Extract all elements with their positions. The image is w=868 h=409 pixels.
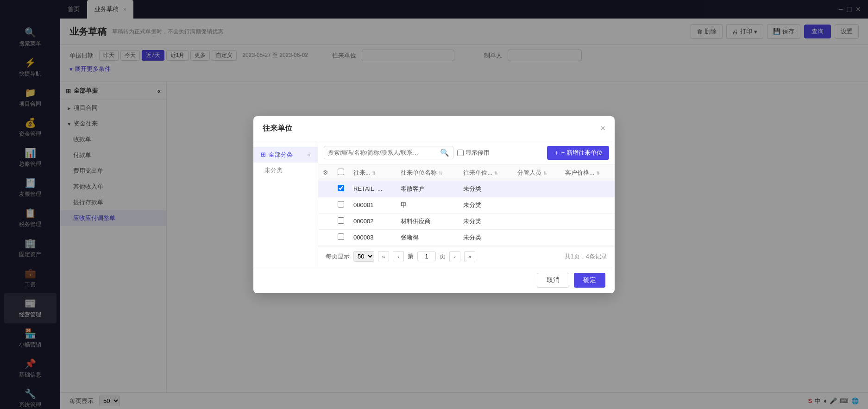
- row-price-cell: [560, 197, 615, 213]
- col-type[interactable]: 往来单位... ⇅: [459, 165, 513, 181]
- row-code-cell: 000003: [349, 229, 396, 245]
- cat-collapse-icon[interactable]: «: [307, 151, 310, 158]
- col-price[interactable]: 客户价格... ⇅: [560, 165, 615, 181]
- sort-icon-manager: ⇅: [543, 170, 547, 176]
- modal-cat-all[interactable]: ⊞ 全部分类 «: [253, 147, 318, 163]
- row-manager-cell: [513, 213, 560, 229]
- sort-icon-price: ⇅: [596, 170, 600, 176]
- modal-categories: ⊞ 全部分类 « 未分类: [253, 141, 318, 267]
- row-checkbox[interactable]: [338, 201, 344, 208]
- row-settings-cell: [318, 213, 333, 229]
- row-price-cell: [560, 181, 615, 197]
- row-checkbox-cell[interactable]: [333, 181, 349, 197]
- row-checkbox[interactable]: [338, 233, 344, 240]
- cancel-button[interactable]: 取消: [537, 273, 569, 288]
- modal-title: 往来单位: [263, 124, 292, 133]
- row-settings-cell: [318, 229, 333, 245]
- row-type-cell: 未分类: [459, 181, 513, 197]
- row-price-cell: [560, 213, 615, 229]
- page-number-input[interactable]: [417, 252, 436, 261]
- row-checkbox-cell[interactable]: [333, 213, 349, 229]
- row-checkbox[interactable]: [338, 185, 344, 191]
- total-info: 共1页，4条记录: [565, 252, 607, 261]
- table-row[interactable]: 000003 张晰得 未分类: [318, 229, 615, 245]
- sort-icon-type: ⇅: [494, 170, 498, 176]
- row-code-cell: RETAIL_...: [349, 181, 396, 197]
- page-last-btn[interactable]: »: [464, 251, 475, 262]
- row-type-cell: 未分类: [459, 229, 513, 245]
- grid-small-icon: ⊞: [261, 151, 266, 158]
- col-checkbox-all[interactable]: [333, 165, 349, 181]
- modal-close-button[interactable]: ×: [600, 124, 605, 133]
- add-unit-button[interactable]: ＋ + 新增往来单位: [547, 146, 609, 160]
- show-disabled-label[interactable]: 显示停用: [457, 149, 490, 157]
- row-name-cell: 张晰得: [396, 229, 459, 245]
- show-disabled-checkbox[interactable]: [457, 150, 464, 156]
- row-settings-cell: [318, 197, 333, 213]
- per-page-select[interactable]: 50: [353, 251, 374, 262]
- row-name-cell: 材料供应商: [396, 213, 459, 229]
- modal-table: ⚙ 往来... ⇅ 往来单位名称 ⇅ 往来单位... ⇅: [318, 165, 615, 246]
- row-code-cell: 000002: [349, 213, 396, 229]
- page-prev-btn[interactable]: ‹: [393, 251, 404, 262]
- row-manager-cell: [513, 197, 560, 213]
- row-type-cell: 未分类: [459, 197, 513, 213]
- modal-search-icon: 🔍: [440, 148, 449, 157]
- modal-overlay: 往来单位 × ⊞ 全部分类 « 未分类: [0, 0, 868, 409]
- modal-search-box[interactable]: 🔍: [324, 146, 453, 159]
- modal-right: 🔍 显示停用 ＋ + 新增往来单位: [318, 141, 615, 267]
- modal-toolbar: 🔍 显示停用 ＋ + 新增往来单位: [318, 141, 615, 165]
- row-name-cell: 零散客户: [396, 181, 459, 197]
- col-code[interactable]: 往来... ⇅: [349, 165, 396, 181]
- confirm-button[interactable]: 确定: [574, 273, 605, 288]
- row-price-cell: [560, 229, 615, 245]
- row-manager-cell: [513, 181, 560, 197]
- page-next-btn[interactable]: ›: [449, 251, 460, 262]
- col-settings[interactable]: ⚙: [318, 165, 333, 181]
- row-checkbox-cell[interactable]: [333, 197, 349, 213]
- modal-action-footer: 取消 确定: [253, 267, 615, 293]
- modal-cat-unclassified[interactable]: 未分类: [253, 163, 318, 178]
- modal-header: 往来单位 ×: [253, 116, 615, 141]
- sort-icon-name: ⇅: [439, 170, 442, 176]
- page-unit: 页: [440, 252, 446, 261]
- modal-body: ⊞ 全部分类 « 未分类 🔍 显示停: [253, 141, 615, 267]
- table-row[interactable]: RETAIL_... 零散客户 未分类: [318, 181, 615, 197]
- row-type-cell: 未分类: [459, 213, 513, 229]
- table-header: ⚙ 往来... ⇅ 往来单位名称 ⇅ 往来单位... ⇅: [318, 165, 615, 181]
- row-checkbox[interactable]: [338, 217, 344, 224]
- row-code-cell: 000001: [349, 197, 396, 213]
- page-first-btn[interactable]: «: [378, 251, 389, 262]
- select-all-checkbox[interactable]: [338, 169, 344, 175]
- col-name[interactable]: 往来单位名称 ⇅: [396, 165, 459, 181]
- col-manager[interactable]: 分管人员 ⇅: [513, 165, 560, 181]
- row-name-cell: 甲: [396, 197, 459, 213]
- table-row[interactable]: 000002 材料供应商 未分类: [318, 213, 615, 229]
- sort-icon-code: ⇅: [372, 170, 376, 176]
- row-checkbox-cell[interactable]: [333, 229, 349, 245]
- page-label: 第: [408, 252, 414, 261]
- modal-search-input[interactable]: [328, 149, 437, 156]
- row-settings-cell: [318, 181, 333, 197]
- per-page-label: 每页显示: [326, 252, 350, 261]
- modal-pagination: 每页显示 50 « ‹ 第 页 › » 共1页，4条记录: [318, 246, 615, 267]
- plus-icon: ＋: [554, 149, 560, 157]
- table-row[interactable]: 000001 甲 未分类: [318, 197, 615, 213]
- modal-unit: 往来单位 × ⊞ 全部分类 « 未分类: [253, 116, 615, 293]
- row-manager-cell: [513, 229, 560, 245]
